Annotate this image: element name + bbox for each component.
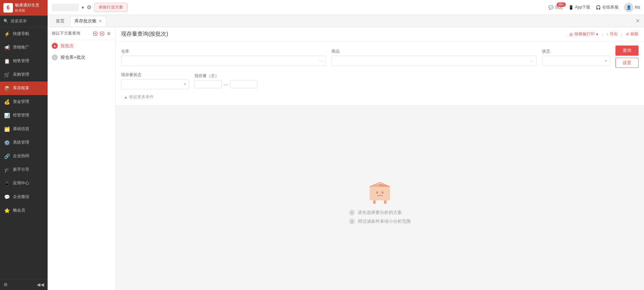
- status-label: 状态: [542, 49, 610, 54]
- app-download-label: App下载: [575, 4, 590, 10]
- stock-quantity-field: 现存量（主） —: [194, 73, 262, 88]
- svg-rect-13: [373, 200, 376, 204]
- filter-header: 按以下方案查询: [48, 27, 115, 40]
- dropdown-icon[interactable]: ▾: [82, 5, 84, 10]
- online-service-btn[interactable]: 🎧 在线客服: [596, 4, 618, 10]
- sidebar-item-operations[interactable]: 📊 经营管理: [0, 109, 48, 122]
- settings-button[interactable]: ⚙: [3, 282, 8, 287]
- sidebar-item-label: 企业微信: [13, 194, 29, 200]
- sidebar-search[interactable]: 🔍 搜索菜单: [0, 16, 48, 27]
- sidebar-item-newbie[interactable]: 🎓 新手引导: [0, 163, 48, 177]
- empty-tips: 1 请先选择要分析的方案 2 用过滤条件来缩小分析范围: [349, 210, 411, 224]
- experience-btn[interactable]: 体验行业方案: [94, 3, 128, 12]
- sidebar-item-vip[interactable]: ⭐ 畅会员: [0, 204, 48, 217]
- manage-filter-btn[interactable]: [100, 31, 104, 36]
- query-actions: 查询 设置: [615, 46, 639, 69]
- sidebar-item-inventory[interactable]: 📦 库存核算: [0, 81, 48, 95]
- divider2: |: [621, 32, 622, 37]
- newbie-icon: 🎓: [3, 166, 10, 173]
- refresh-btn[interactable]: ↺ 刷新: [626, 31, 639, 37]
- sidebar-item-label: 基础信息: [13, 126, 29, 132]
- sidebar-item-label: 新手引导: [13, 167, 29, 173]
- message-icon: 💬: [548, 5, 554, 10]
- query-btn[interactable]: 查询: [615, 46, 639, 56]
- quantity-to-input[interactable]: [230, 80, 257, 88]
- stock-status-field: 现存量状态 ▾: [121, 72, 189, 89]
- sidebar-item-label: 资金管理: [13, 99, 29, 105]
- stock-status-select[interactable]: ▾: [121, 79, 189, 89]
- app-title: 畅康通好生意 标准版: [15, 3, 39, 13]
- stock-quantity-label: 现存量（主）: [194, 73, 262, 79]
- online-service-label: 在线客服: [602, 4, 618, 10]
- headset-icon: 🎧: [596, 5, 601, 10]
- print-icon: 🖨: [569, 32, 573, 37]
- purchase-icon: 🛒: [3, 71, 10, 78]
- content-area: 按以下方案查询: [48, 27, 644, 290]
- warehouse-dots[interactable]: ···: [319, 58, 323, 64]
- filter-panel: 按以下方案查询: [48, 27, 116, 290]
- collapse-filter-btn[interactable]: [106, 31, 111, 36]
- messages-btn[interactable]: 💬 消息 99+: [548, 4, 563, 10]
- breadcrumb-input[interactable]: [52, 4, 79, 11]
- product-dots[interactable]: ···: [529, 58, 533, 64]
- tab-home-label: 首页: [56, 18, 65, 24]
- empty-state: 1 请先选择要分析的方案 2 用过滤条件来缩小分析范围: [116, 106, 644, 290]
- svg-point-11: [376, 191, 378, 194]
- tab-close-btn[interactable]: ✕: [99, 19, 102, 23]
- tip-text-1: 请先选择要分析的方案: [358, 210, 402, 216]
- product-field: 商品 ···: [332, 49, 537, 66]
- add-filter-btn[interactable]: [93, 31, 98, 36]
- topbar-left: ▾ ⚙ 体验行业方案: [52, 3, 545, 12]
- sidebar-item-label: 畅会员: [13, 207, 25, 213]
- quantity-from-input[interactable]: [194, 80, 222, 88]
- warehouse-input-wrap[interactable]: ···: [121, 56, 326, 66]
- filter-item-warehouse-batch[interactable]: ○ 按仓库+批次: [48, 52, 115, 63]
- print-dropdown-icon[interactable]: ▾: [596, 32, 598, 37]
- sidebar-item-basic[interactable]: 🗂️ 基础信息: [0, 122, 48, 136]
- page-title: 现存量查询(按批次): [121, 31, 168, 38]
- app-logo: 6: [3, 3, 13, 13]
- sidebar-item-wechat[interactable]: 💬 企业微信: [0, 190, 48, 204]
- tab-home[interactable]: 首页: [52, 16, 69, 26]
- user-menu[interactable]: 👤 Rit: [624, 3, 640, 12]
- sidebar-item-apps[interactable]: 📱 应用中心: [0, 177, 48, 190]
- export-icon: ↑: [606, 32, 608, 37]
- app-download-btn[interactable]: 📱 App下载: [569, 4, 590, 10]
- settings-btn[interactable]: 设置: [615, 58, 639, 68]
- export-btn[interactable]: ↑ 导出: [606, 31, 618, 37]
- filter-header-actions: [93, 31, 111, 36]
- filter-dot-active: ●: [52, 43, 58, 49]
- refresh-icon: ↺: [626, 32, 629, 37]
- print-btn[interactable]: 🖨 按模板打印 ▾: [569, 31, 598, 37]
- page-header-actions: 🖨 按模板打印 ▾ | ↑ 导出 | ↺ 刷新: [569, 31, 639, 37]
- empty-illustration: [363, 171, 397, 205]
- collapse-more-btn[interactable]: ▲ 收起更多条件: [121, 93, 639, 101]
- svg-rect-14: [384, 200, 387, 204]
- tab-panel-close-btn[interactable]: ✕: [635, 18, 640, 24]
- sidebar-item-label: 采购管理: [13, 72, 29, 77]
- inventory-icon: 📦: [3, 85, 10, 92]
- filter-item-batch[interactable]: ● 按批次: [48, 40, 115, 52]
- topbar-settings-icon[interactable]: ⚙: [87, 4, 91, 11]
- sidebar-item-marketing[interactable]: 📢 营销推广: [0, 41, 48, 54]
- sidebar-item-purchase[interactable]: 🛒 采购管理: [0, 68, 48, 81]
- svg-rect-8: [370, 187, 390, 200]
- basic-icon: 🗂️: [3, 126, 10, 132]
- sidebar-item-system[interactable]: ⚙️ 系统管理: [0, 136, 48, 149]
- product-input-wrap[interactable]: ···: [332, 56, 537, 66]
- page-header: 现存量查询(按批次) 🖨 按模板打印 ▾ | ↑ 导出 | ↺: [116, 27, 644, 41]
- sidebar-item-cooperation[interactable]: 🔗 企业协同: [0, 149, 48, 163]
- sidebar-item-sales[interactable]: 📋 销售管理: [0, 54, 48, 68]
- sidebar-item-finance[interactable]: 💰 资金管理: [0, 95, 48, 109]
- warehouse-input[interactable]: [124, 58, 317, 63]
- sidebar-header: 6 畅康通好生意 标准版: [0, 0, 48, 16]
- collapse-label: 收起更多条件: [129, 94, 154, 100]
- status-select[interactable]: ▾: [542, 56, 610, 66]
- product-input[interactable]: [335, 58, 527, 63]
- collapse-sidebar-button[interactable]: ◀◀: [37, 282, 44, 287]
- sidebar-item-quicknav[interactable]: ⚡ 快捷导航: [0, 27, 48, 41]
- main-content: 现存量查询(按批次) 🖨 按模板打印 ▾ | ↑ 导出 | ↺: [116, 27, 644, 290]
- tip-num-2: 2: [349, 218, 355, 224]
- main-area: ▾ ⚙ 体验行业方案 💬 消息 99+ 📱 App下载 🎧 在线客服 👤: [48, 0, 644, 290]
- tab-inventory-batch[interactable]: 库存批次账 ✕: [70, 16, 106, 26]
